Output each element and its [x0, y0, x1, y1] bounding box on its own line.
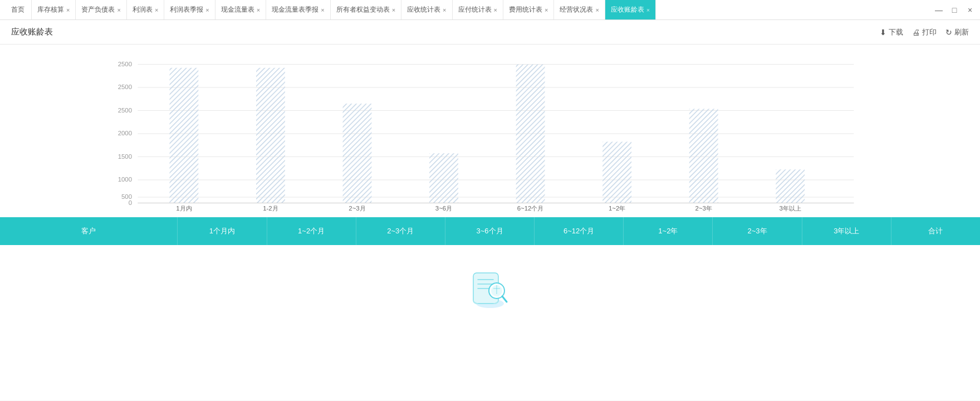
th-customer: 客户: [0, 217, 178, 245]
tab-ap-stats-close[interactable]: ×: [494, 7, 497, 13]
chart-container: 2500 2500 2500 2000 1500 1000 500 0: [22, 56, 958, 212]
bar-1-2年: [602, 142, 631, 203]
tab-ar-stats-close[interactable]: ×: [443, 7, 446, 13]
download-button[interactable]: ⬇ 下载: [880, 27, 903, 37]
tab-income[interactable]: 利润表 ×: [127, 0, 164, 19]
page-header: 应收账龄表 ⬇ 下载 🖨 打印 ↻ 刷新: [0, 20, 980, 45]
tab-expense-stats-label: 费用统计表: [509, 5, 542, 14]
th-2-3month: 2~3个月: [356, 217, 445, 245]
tab-inventory-label: 库存核算: [37, 5, 64, 14]
tab-equity[interactable]: 所有者权益变动表 ×: [331, 0, 401, 19]
tab-ap-stats-label: 应付统计表: [458, 5, 492, 14]
tab-balance-sheet-label: 资产负债表: [81, 5, 115, 14]
svg-text:0: 0: [129, 199, 132, 206]
bar-1-2月: [256, 68, 285, 203]
tab-ar-stats-label: 应收统计表: [407, 5, 440, 14]
tab-inventory-close[interactable]: ×: [66, 7, 70, 13]
tab-ar-stats[interactable]: 应收统计表 ×: [401, 0, 452, 19]
tab-ar-aging-label: 应收账龄表: [611, 5, 644, 14]
tab-income-label: 利润表: [133, 5, 153, 14]
tab-income-quarterly-close[interactable]: ×: [205, 7, 209, 13]
tab-income-quarterly[interactable]: 利润表季报 ×: [164, 0, 215, 19]
th-1-2month: 1~2个月: [267, 217, 356, 245]
header-actions: ⬇ 下载 🖨 打印 ↻ 刷新: [880, 27, 969, 37]
tab-bar: 首页 库存核算 × 资产负债表 × 利润表 × 利润表季报 × 现金流量表 × …: [0, 0, 980, 20]
svg-text:2500: 2500: [118, 61, 132, 67]
svg-text:3年以上: 3年以上: [780, 205, 801, 212]
download-icon: ⬇: [880, 28, 886, 37]
tab-expense-stats[interactable]: 费用统计表 ×: [503, 0, 554, 19]
print-icon: 🖨: [912, 28, 920, 37]
tab-cashflow[interactable]: 现金流量表 ×: [215, 0, 266, 19]
svg-text:1500: 1500: [118, 153, 132, 160]
svg-text:3~6月: 3~6月: [435, 205, 452, 212]
main-content: 2500 2500 2500 2000 1500 1000 500 0: [0, 45, 980, 400]
svg-text:1~2年: 1~2年: [609, 205, 625, 212]
tab-income-close[interactable]: ×: [155, 7, 158, 13]
minimize-button[interactable]: —: [933, 4, 944, 16]
bar-1月内: [169, 68, 198, 203]
bar-chart: 2500 2500 2500 2000 1500 1000 500 0: [22, 56, 958, 212]
tab-balance-sheet-close[interactable]: ×: [117, 7, 120, 13]
tab-operations-close[interactable]: ×: [595, 7, 599, 13]
th-total: 合计: [891, 217, 980, 245]
tab-home[interactable]: 首页: [4, 0, 32, 19]
tab-cashflow-quarterly-label: 现金流量表季报: [272, 5, 318, 14]
empty-icon: [462, 262, 518, 312]
download-label: 下载: [889, 27, 903, 37]
print-button[interactable]: 🖨 打印: [912, 27, 937, 37]
svg-text:2~3月: 2~3月: [349, 205, 365, 212]
print-label: 打印: [922, 27, 937, 37]
svg-line-34: [502, 296, 507, 302]
tab-cashflow-quarterly-close[interactable]: ×: [321, 7, 324, 13]
svg-text:1000: 1000: [118, 176, 132, 183]
tab-operations-label: 经营状况表: [560, 5, 593, 14]
tab-ar-aging[interactable]: 应收账龄表 ×: [605, 0, 656, 19]
tab-expense-stats-close[interactable]: ×: [545, 7, 548, 13]
window-controls: — □ ×: [933, 4, 976, 16]
svg-text:1-2月: 1-2月: [263, 205, 278, 212]
close-button[interactable]: ×: [964, 4, 976, 16]
bar-3年以上: [776, 169, 805, 203]
refresh-label: 刷新: [954, 27, 969, 37]
tab-ap-stats[interactable]: 应付统计表 ×: [453, 0, 503, 19]
tab-income-quarterly-label: 利润表季报: [170, 5, 203, 14]
refresh-icon: ↻: [945, 28, 952, 37]
th-1month: 1个月内: [178, 217, 267, 245]
th-3year-plus: 3年以上: [802, 217, 891, 245]
svg-text:2000: 2000: [118, 130, 132, 136]
tab-ar-aging-close[interactable]: ×: [646, 7, 650, 13]
svg-text:2~3年: 2~3年: [695, 205, 712, 212]
page-title: 应收账龄表: [11, 27, 53, 37]
bar-6-12月: [516, 65, 545, 203]
chart-area: 2500 2500 2500 2000 1500 1000 500 0: [0, 45, 980, 217]
tab-inventory[interactable]: 库存核算 ×: [32, 0, 76, 19]
tab-operations[interactable]: 经营状况表 ×: [554, 0, 605, 19]
empty-state: [0, 245, 980, 400]
refresh-button[interactable]: ↻ 刷新: [945, 27, 969, 37]
empty-illustration: [462, 262, 518, 312]
th-6-12month: 6~12个月: [535, 217, 624, 245]
tab-cashflow-close[interactable]: ×: [257, 7, 260, 13]
bar-3-6月: [429, 153, 458, 203]
bar-2-3月: [343, 104, 372, 203]
tab-cashflow-label: 现金流量表: [221, 5, 254, 14]
maximize-button[interactable]: □: [949, 4, 960, 16]
tab-home-label: 首页: [11, 5, 24, 14]
svg-text:6~12个月: 6~12个月: [517, 205, 544, 212]
svg-text:2500: 2500: [118, 84, 132, 90]
tab-cashflow-quarterly[interactable]: 现金流量表季报 ×: [266, 0, 330, 19]
th-3-6month: 3~6个月: [445, 217, 535, 245]
th-1-2year: 1~2年: [624, 217, 713, 245]
svg-text:2500: 2500: [118, 107, 132, 114]
tab-balance-sheet[interactable]: 资产负债表 ×: [76, 0, 126, 19]
table-header: 客户 1个月内 1~2个月 2~3个月 3~6个月 6~12个月 1~2年 2~…: [0, 217, 980, 245]
bar-2-3年: [689, 109, 718, 203]
tab-equity-close[interactable]: ×: [392, 7, 395, 13]
tab-equity-label: 所有者权益变动表: [336, 5, 390, 14]
th-2-3year: 2~3年: [713, 217, 802, 245]
svg-text:1月内: 1月内: [176, 205, 192, 212]
